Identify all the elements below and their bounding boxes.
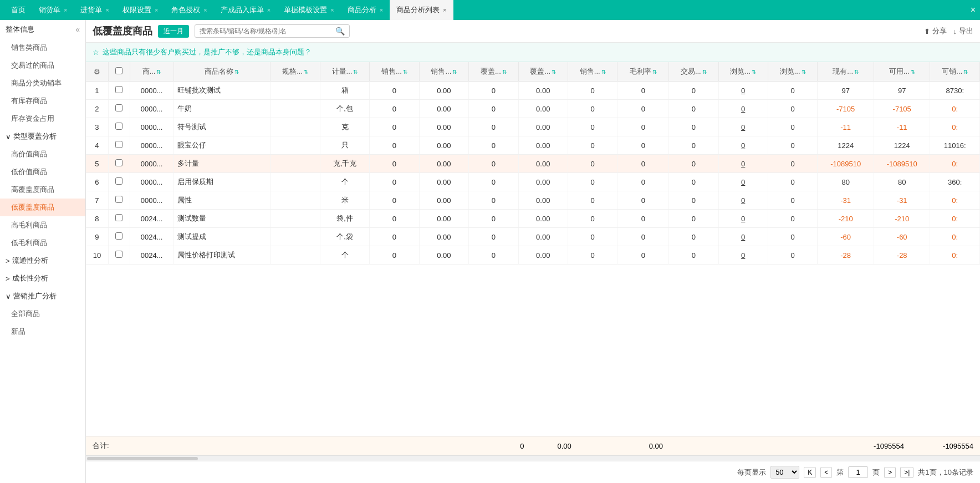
sidebar-item-traded-goods[interactable]: 交易过的商品: [0, 57, 85, 74]
sidebar-section-overall[interactable]: 整体信息 «: [0, 20, 85, 39]
close-tab-sales[interactable]: ×: [64, 7, 67, 13]
row-checkbox[interactable]: [108, 155, 130, 173]
row-cover1: 0: [469, 228, 518, 246]
row-sales3: 0: [568, 228, 617, 246]
sidebar-item-in-stock[interactable]: 有库存商品: [0, 92, 85, 110]
sidebar-group-marketing[interactable]: ∨ 营销推广分析: [0, 287, 85, 305]
row-browse1[interactable]: 0: [718, 82, 768, 100]
nav-tab-roles[interactable]: 角色授权 ×: [165, 0, 213, 20]
sidebar-item-inventory-funds[interactable]: 库存资金占用: [0, 110, 85, 128]
row-cover1: 0: [469, 191, 518, 210]
row-checkbox[interactable]: [108, 210, 130, 228]
row-browse1[interactable]: 0: [718, 173, 768, 191]
page-number-input[interactable]: [848, 466, 868, 478]
sidebar-item-sales-goods[interactable]: 销售类商品: [0, 39, 85, 57]
sidebar-item-low-gross[interactable]: 低毛利商品: [0, 234, 85, 252]
col-checkbox[interactable]: [108, 62, 130, 82]
sidebar-section-label: 整体信息: [6, 24, 34, 34]
close-all-tabs[interactable]: ×: [971, 5, 976, 15]
nav-tab-template[interactable]: 单据模板设置 ×: [277, 0, 340, 20]
per-page-select[interactable]: 50 100: [770, 466, 799, 479]
sidebar-item-low-value[interactable]: 低价值商品: [0, 163, 85, 181]
export-btn[interactable]: ↓ 导出: [953, 26, 974, 36]
close-tab-analysis[interactable]: ×: [380, 7, 383, 13]
row-checkbox[interactable]: [108, 173, 130, 191]
nav-tab-analysis-list[interactable]: 商品分析列表 ×: [390, 0, 453, 20]
row-checkbox[interactable]: [108, 82, 130, 100]
row-browse1[interactable]: 0: [718, 118, 768, 136]
row-sales-amt: 0.00: [419, 118, 468, 136]
row-browse1[interactable]: 0: [718, 246, 768, 265]
select-all-checkbox[interactable]: [115, 67, 122, 74]
last-page-btn[interactable]: >|: [900, 467, 913, 478]
date-filter-btn[interactable]: 近一月: [158, 25, 189, 38]
sidebar-item-new-goods[interactable]: 新品: [0, 323, 85, 340]
row-browse1[interactable]: 0: [718, 228, 768, 246]
close-tab-permissions[interactable]: ×: [155, 7, 158, 13]
first-page-btn[interactable]: K: [804, 467, 816, 478]
row-checkbox[interactable]: [108, 136, 130, 155]
col-unit[interactable]: 计量...⇅: [320, 62, 369, 82]
col-saleable[interactable]: 可销...⇅: [930, 62, 980, 82]
col-browse1[interactable]: 浏览...⇅: [718, 62, 768, 82]
share-btn[interactable]: ⬆ 分享: [924, 26, 947, 36]
sidebar-item-high-value[interactable]: 高价值商品: [0, 145, 85, 163]
row-available: -31: [874, 191, 930, 210]
col-settings[interactable]: ⚙: [86, 62, 108, 82]
close-tab-template[interactable]: ×: [330, 7, 334, 13]
close-tab-analysis-list[interactable]: ×: [443, 7, 446, 13]
row-browse1[interactable]: 0: [718, 155, 768, 173]
close-tab-finished[interactable]: ×: [267, 7, 270, 13]
next-page-btn[interactable]: >: [884, 467, 896, 478]
scrollbar-thumb[interactable]: [87, 457, 198, 460]
row-checkbox[interactable]: [108, 228, 130, 246]
row-code: 0024...: [130, 228, 173, 246]
nav-tab-sales[interactable]: 销货单 ×: [32, 0, 74, 20]
col-cover2[interactable]: 覆盖...⇅: [518, 62, 568, 82]
col-trade[interactable]: 交易...⇅: [669, 62, 718, 82]
col-available[interactable]: 可用...⇅: [874, 62, 930, 82]
sidebar-group-coverage[interactable]: ∨ 类型覆盖分析: [0, 128, 85, 145]
row-browse1[interactable]: 0: [718, 136, 768, 155]
settings-icon[interactable]: ⚙: [94, 68, 100, 76]
nav-tab-permissions[interactable]: 权限设置 ×: [116, 0, 165, 20]
col-cover1[interactable]: 覆盖...⇅: [469, 62, 518, 82]
col-sales3[interactable]: 销售...⇅: [568, 62, 617, 82]
sidebar-item-high-gross[interactable]: 高毛利商品: [0, 216, 85, 234]
sidebar-item-category-rate[interactable]: 商品分类动销率: [0, 74, 85, 92]
search-icon[interactable]: 🔍: [335, 27, 345, 35]
row-sales-qty: 0: [370, 173, 419, 191]
search-input[interactable]: [200, 27, 335, 35]
sidebar-group-circulation[interactable]: > 流通性分析: [0, 252, 85, 270]
nav-tab-purchase[interactable]: 进货单 ×: [74, 0, 115, 20]
row-checkbox[interactable]: [108, 191, 130, 210]
col-browse2[interactable]: 浏览...⇅: [768, 62, 817, 82]
col-name[interactable]: 商品名称⇅: [173, 62, 270, 82]
nav-tab-home[interactable]: 首页: [4, 0, 32, 20]
row-checkbox[interactable]: [108, 246, 130, 265]
col-sales-amt[interactable]: 销售...⇅: [419, 62, 468, 82]
col-gross[interactable]: 毛利率⇅: [617, 62, 669, 82]
close-tab-roles[interactable]: ×: [203, 7, 207, 13]
row-checkbox[interactable]: [108, 100, 130, 118]
sidebar-item-high-coverage[interactable]: 高覆盖度商品: [0, 181, 85, 199]
horizontal-scrollbar[interactable]: [86, 455, 980, 461]
sidebar-item-low-coverage[interactable]: 低覆盖度商品: [0, 199, 85, 216]
sidebar-collapse-btn[interactable]: «: [75, 25, 80, 34]
footer-cover2: 0.00: [649, 442, 663, 450]
nav-tab-finished[interactable]: 产成品入库单 ×: [214, 0, 277, 20]
sidebar-item-all-goods[interactable]: 全部商品: [0, 305, 85, 323]
row-browse1[interactable]: 0: [718, 210, 768, 228]
close-tab-purchase[interactable]: ×: [105, 7, 109, 13]
row-browse1[interactable]: 0: [718, 191, 768, 210]
row-sales-qty: 0: [370, 228, 419, 246]
col-code[interactable]: 商...⇅: [130, 62, 173, 82]
sidebar-group-growth[interactable]: > 成长性分析: [0, 270, 85, 287]
col-spec[interactable]: 规格...⇅: [270, 62, 320, 82]
row-browse1[interactable]: 0: [718, 100, 768, 118]
prev-page-btn[interactable]: <: [820, 467, 832, 478]
col-sales-qty[interactable]: 销售...⇅: [370, 62, 419, 82]
nav-tab-analysis[interactable]: 商品分析 ×: [341, 0, 390, 20]
col-current[interactable]: 现有...⇅: [818, 62, 874, 82]
row-checkbox[interactable]: [108, 118, 130, 136]
